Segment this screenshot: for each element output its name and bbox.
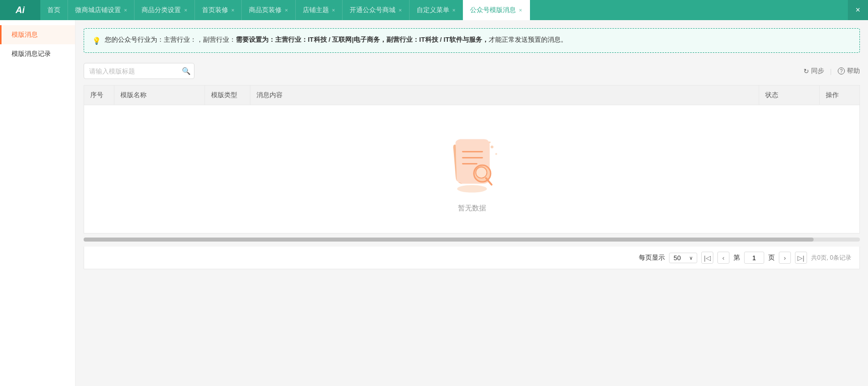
svg-point-8 xyxy=(495,153,497,155)
nav-tab-close-shop-settings[interactable]: × xyxy=(124,7,127,13)
empty-state: 暂无数据 xyxy=(84,105,860,234)
current-page-input[interactable] xyxy=(744,252,764,264)
help-label: 帮助 xyxy=(847,66,860,75)
notice-text: 您的公众号行业为：主营行业：，副营行业：需要设置为：主营行业：IT科技 / 互联… xyxy=(105,35,567,45)
notice-banner: 💡 您的公众号行业为：主营行业：，副营行业：需要设置为：主营行业：IT科技 / … xyxy=(84,28,860,53)
pagination: 每页显示 50 ∨ |◁ ‹ 第 页 › ▷| 共0页, 0条记录 xyxy=(84,247,860,269)
nav-tab-close-category-settings[interactable]: × xyxy=(184,7,187,13)
nav-tab-custom-menu[interactable]: 自定义菜单× xyxy=(410,0,463,20)
main-layout: 模版消息模版消息记录 💡 您的公众号行业为：主营行业：，副营行业：需要设置为：主… xyxy=(0,20,868,386)
help-circle-icon: ? xyxy=(838,67,845,74)
nav-tab-store-theme[interactable]: 店铺主题× xyxy=(296,0,343,20)
toolbar-divider: | xyxy=(830,67,832,75)
global-close-button[interactable]: × xyxy=(848,0,868,20)
next-page-button[interactable]: › xyxy=(779,252,791,264)
sync-button[interactable]: ↻ 同步 xyxy=(804,66,824,75)
page-prefix: 第 xyxy=(733,253,740,262)
nav-tab-close-home-decoration[interactable]: × xyxy=(231,7,234,13)
data-table: 序号模版名称模版类型消息内容状态操作 xyxy=(84,85,860,105)
toolbar-right: ↻ 同步 | ? 帮助 xyxy=(804,66,860,75)
search-input-wrap: 🔍 xyxy=(84,63,194,79)
nav-tab-close-product-decoration[interactable]: × xyxy=(285,7,288,13)
table-header-content: 消息内容 xyxy=(250,86,759,105)
empty-text: 暂无数据 xyxy=(458,204,486,213)
last-page-button[interactable]: ▷| xyxy=(795,252,807,264)
page-unit: 页 xyxy=(768,253,775,262)
nav-tab-open-mall[interactable]: 开通公众号商城× xyxy=(343,0,409,20)
search-input[interactable] xyxy=(84,63,194,79)
empty-icon xyxy=(442,135,502,196)
svg-point-9 xyxy=(489,141,491,143)
page-size-value: 50 xyxy=(674,254,681,262)
app-logo: Ai xyxy=(0,0,40,20)
table-header-action: 操作 xyxy=(820,86,860,105)
page-size-label: 每页显示 xyxy=(639,253,665,262)
prev-page-button[interactable]: ‹ xyxy=(717,252,729,264)
search-bar: 🔍 ↻ 同步 | ? 帮助 xyxy=(84,63,860,79)
sync-label: 同步 xyxy=(811,66,824,75)
sidebar-item-template-message[interactable]: 模版消息 xyxy=(0,25,75,44)
table-header-seq: 序号 xyxy=(84,86,114,105)
page-summary: 共0页, 0条记录 xyxy=(811,254,851,262)
top-nav: Ai 首页微商城店铺设置×商品分类设置×首页装修×商品页装修×店铺主题×开通公众… xyxy=(0,0,868,20)
svg-point-7 xyxy=(490,146,493,149)
nav-tab-home[interactable]: 首页 xyxy=(40,0,68,20)
search-icon-button[interactable]: 🔍 xyxy=(182,67,190,75)
nav-tab-product-decoration[interactable]: 商品页装修× xyxy=(242,0,295,20)
notice-icon: 💡 xyxy=(92,35,101,46)
table-header-type: 模版类型 xyxy=(205,86,250,105)
nav-tab-close-template-msg[interactable]: × xyxy=(519,7,522,13)
page-size-select[interactable]: 50 ∨ xyxy=(669,253,697,263)
notice-suffix: 才能正常发送预置的消息。 xyxy=(489,36,567,43)
help-button[interactable]: ? 帮助 xyxy=(838,66,860,75)
notice-prefix: 您的公众号行业为：主营行业：，副营行业： xyxy=(105,36,236,43)
horizontal-scrollbar[interactable] xyxy=(84,238,860,242)
table-header-name: 模版名称 xyxy=(114,86,205,105)
svg-point-5 xyxy=(476,167,487,178)
content-area: 💡 您的公众号行业为：主营行业：，副营行业：需要设置为：主营行业：IT科技 / … xyxy=(76,20,868,386)
nav-tab-close-store-theme[interactable]: × xyxy=(332,7,335,13)
nav-tab-template-msg[interactable]: 公众号模版消息× xyxy=(463,0,529,20)
nav-tab-close-open-mall[interactable]: × xyxy=(398,7,402,13)
nav-tab-shop-settings[interactable]: 微商城店铺设置× xyxy=(68,0,135,20)
notice-highlight: 需要设置为：主营行业：IT科技 / 互联网|电子商务，副营行业：IT科技 / I… xyxy=(236,36,489,43)
first-page-button[interactable]: |◁ xyxy=(701,252,713,264)
table-header-status: 状态 xyxy=(759,86,820,105)
page-size-chevron-icon: ∨ xyxy=(689,255,693,261)
nav-tab-close-custom-menu[interactable]: × xyxy=(452,7,455,13)
sidebar: 模版消息模版消息记录 xyxy=(0,20,76,386)
sidebar-item-template-message-record[interactable]: 模版消息记录 xyxy=(0,44,75,63)
nav-tab-home-decoration[interactable]: 首页装修× xyxy=(195,0,242,20)
nav-tabs: 首页微商城店铺设置×商品分类设置×首页装修×商品页装修×店铺主题×开通公众号商城… xyxy=(40,0,848,20)
svg-point-0 xyxy=(457,185,487,193)
nav-tab-category-settings[interactable]: 商品分类设置× xyxy=(135,0,194,20)
scrollbar-thumb[interactable] xyxy=(84,238,814,242)
sync-icon: ↻ xyxy=(804,67,809,75)
